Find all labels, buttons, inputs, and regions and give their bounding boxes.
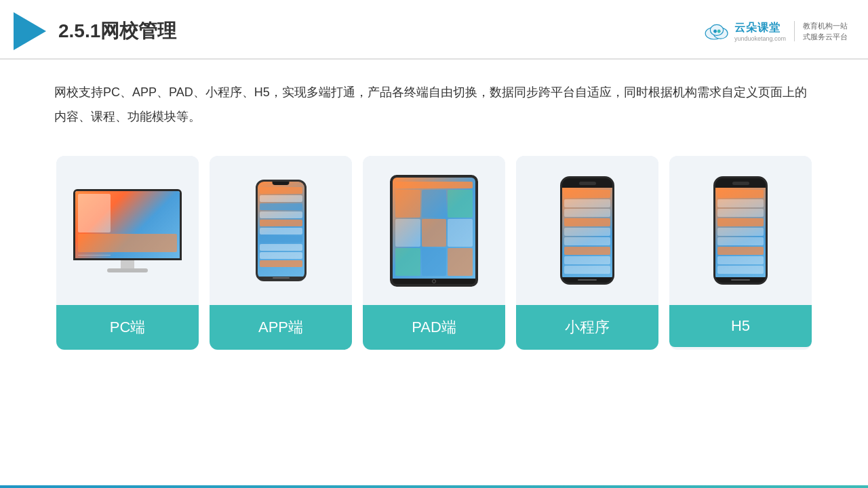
pc-screen [73,189,182,260]
divider [794,21,795,41]
bottom-accent-line [0,485,868,488]
app-phone-mockup [256,180,307,281]
brand-logo: 云朵课堂 yunduoketang.com [703,21,786,42]
card-pc-image [56,156,199,305]
mini-phone-screen-1 [562,188,612,277]
card-miniprogram-image [516,156,658,305]
card-pc-label: PC端 [56,305,199,350]
card-h5-label: H5 [669,305,812,347]
card-h5: H5 [669,156,812,350]
cards-container: PC端 [0,142,868,370]
header: 2.5.1网校管理 云朵课堂 yunduoketang.com 教育机构一站 式… [0,0,868,60]
phone-screen [258,182,304,277]
slogan: 教育机构一站 式服务云平台 [803,20,848,43]
logo-url: yunduoketang.com [734,35,786,42]
page-title: 2.5.1网校管理 [58,18,176,44]
cloud-icon [703,21,730,41]
logo-main: 云朵课堂 [734,21,781,35]
card-miniprogram: 小程序 [516,156,658,350]
card-pc: PC端 [56,156,199,350]
card-app-label: APP端 [210,305,352,350]
card-pad: PAD端 [363,156,505,350]
header-right: 云朵课堂 yunduoketang.com 教育机构一站 式服务云平台 [703,20,848,43]
pc-screen-inner [75,191,180,258]
card-pad-image [363,156,505,305]
tablet-screen [393,178,475,279]
mini-phone-mockup-2 [713,176,768,285]
description-text: 网校支持PC、APP、PAD、小程序、H5，实现多端打通，产品各终端自由切换，数… [0,60,868,142]
tablet-mockup [390,175,478,287]
mini-phone-screen-2 [715,188,766,277]
pc-mockup [66,189,189,272]
card-h5-image [669,156,812,305]
card-miniprogram-label: 小程序 [516,305,658,350]
card-app: APP端 [210,156,352,350]
card-app-image [210,156,352,305]
svg-point-2 [710,24,723,35]
header-left: 2.5.1网校管理 [14,12,176,50]
mini-phone-mockup-1 [560,176,614,285]
logo-text: 云朵课堂 yunduoketang.com [734,21,786,42]
card-pad-label: PAD端 [363,305,505,350]
play-icon [14,12,46,50]
